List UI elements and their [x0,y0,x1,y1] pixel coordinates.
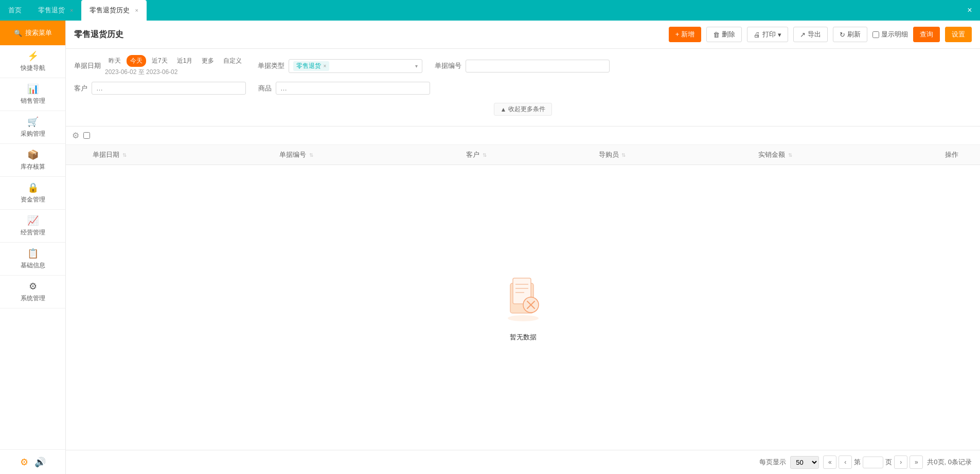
th-amount-label: 实销金额 [758,151,785,158]
date-btn-7days[interactable]: 近7天 [148,55,171,67]
th-number-sort[interactable]: ⇅ [309,152,313,158]
tab-retail-return-close[interactable]: × [70,7,73,13]
per-page-select[interactable]: 10 20 50 100 [790,456,819,469]
tab-retail-return-history-close[interactable]: × [135,7,138,13]
sidebar-item-finance[interactable]: 🔒 资金管理 [0,177,65,210]
sidebar-item-quick-nav-label: 快捷导航 [21,64,45,72]
quick-nav-icon: ⚡ [27,50,39,62]
th-date-sort[interactable]: ⇅ [122,152,127,158]
voucher-type-filter-item: 单据类型 零售退货 × ▾ [258,59,422,73]
th-guide: 导购员 ⇅ [593,145,752,165]
voucher-number-label: 单据编号 [435,61,461,70]
page-label: 第 [854,458,861,467]
sidebar-item-purchase-mgmt[interactable]: 🛒 采购管理 [0,111,65,144]
query-button[interactable]: 查询 [913,27,940,42]
sidebar-item-quick-nav[interactable]: ⚡ 快捷导航 [0,45,65,78]
th-customer-sort[interactable]: ⇅ [483,152,487,158]
sidebar-item-system-mgmt-label: 系统管理 [21,294,45,303]
page-last-button[interactable]: » [910,455,923,469]
tab-home-label: 首页 [8,6,22,15]
svg-point-0 [508,315,539,321]
voucher-number-filter-item: 单据编号 [435,60,610,72]
filter-row-2: 客户 商品 [74,82,972,95]
sidebar-search-label: 搜索菜单 [25,28,52,38]
date-btn-today[interactable]: 今天 [127,55,146,67]
date-filter-buttons: 昨天 今天 近7天 近1月 更多 自定义 [105,55,245,67]
basic-info-icon: 📋 [27,248,39,259]
table-settings-icon[interactable]: ⚙ [72,131,79,140]
page-nav: « ‹ 第 1 页 › » [823,455,923,469]
tab-retail-return-history[interactable]: 零售退货历史 × [81,0,146,21]
collapse-filters-button[interactable]: ▲ 收起更多条件 [494,103,553,116]
sidebar-item-sales-mgmt[interactable]: 📊 销售管理 [0,78,65,111]
volume-icon[interactable]: 🔊 [34,457,46,468]
tab-retail-return-label: 零售退货 [38,6,65,15]
filter-row-1: 单据日期 昨天 今天 近7天 近1月 更多 自定义 2023-06-02 至 2… [74,55,972,77]
page-input[interactable]: 1 [863,457,883,468]
date-btn-custom[interactable]: 自定义 [220,55,245,67]
main-layout: 🔍 搜索菜单 ⚡ 快捷导航 📊 销售管理 🛒 采购管理 📦 库存核算 🔒 资金管… [0,21,980,474]
voucher-number-input[interactable] [466,60,610,72]
th-customer: 客户 ⇅ [460,145,593,165]
page-prev-button[interactable]: ‹ [839,455,852,469]
th-guide-label: 导购员 [599,151,619,158]
show-detail-checkbox-label: 显示明细 [872,30,908,39]
per-page-label: 每页显示 [759,458,786,467]
voucher-type-tag-close[interactable]: × [323,63,326,69]
date-label: 单据日期 [74,61,101,70]
th-date: 单据日期 ⇅ [86,145,273,165]
inventory-icon: 📦 [27,149,39,160]
date-btn-yesterday[interactable]: 昨天 [105,55,124,67]
sidebar-item-operations-label: 经营管理 [21,228,45,237]
tab-home[interactable]: 首页 [0,0,30,21]
export-icon: ↗ [800,31,806,39]
tab-list: 首页 零售退货 × 零售退货历史 × [0,0,959,21]
sidebar-item-inventory[interactable]: 📦 库存核算 [0,144,65,177]
delete-button[interactable]: 🗑 删除 [706,27,742,42]
select-all-checkbox[interactable] [83,132,90,139]
print-button[interactable]: 🖨 打印 ▾ [747,27,788,42]
sales-mgmt-icon: 📊 [27,83,39,95]
tab-retail-return[interactable]: 零售退货 × [30,0,81,21]
th-amount: 实销金额 ⇅ [752,145,939,165]
empty-state: 暂无数据 [66,165,980,450]
date-btn-1month[interactable]: 近1月 [173,55,197,67]
print-icon: 🖨 [754,31,760,39]
page-next-button[interactable]: › [894,455,907,469]
sidebar-item-sales-mgmt-label: 销售管理 [21,97,45,105]
goods-input[interactable] [276,82,430,95]
th-select [66,145,86,165]
date-btn-more[interactable]: 更多 [198,55,218,67]
page-first-button[interactable]: « [823,455,836,469]
page-content: 零售退货历史 + 新增 🗑 删除 🖨 打印 ▾ ↗ 导出 ↻ [66,21,980,474]
export-button[interactable]: ↗ 导出 [793,27,828,42]
voucher-type-select[interactable]: 零售退货 × ▾ [289,59,422,73]
new-button[interactable]: + 新增 [669,27,701,42]
sidebar-item-system-mgmt[interactable]: ⚙ 系统管理 [0,276,65,308]
refresh-button[interactable]: ↻ 刷新 [833,27,867,42]
filter-area: 单据日期 昨天 今天 近7天 近1月 更多 自定义 2023-06-02 至 2… [66,49,980,126]
collapse-label: 收起更多条件 [508,105,545,114]
th-amount-sort[interactable]: ⇅ [788,152,792,158]
top-bar: 首页 零售退货 × 零售退货历史 × × [0,0,980,21]
pagination-bar: 每页显示 10 20 50 100 « ‹ 第 1 页 › » 共0页, 0条记… [66,450,980,474]
print-dropdown-icon: ▾ [778,31,781,39]
page-total: 共0页, 0条记录 [927,458,972,467]
purchase-mgmt-icon: 🛒 [27,116,39,127]
header-actions: + 新增 🗑 删除 🖨 打印 ▾ ↗ 导出 ↻ 刷新 [669,27,972,48]
settings-icon[interactable]: ⚙ [20,457,28,468]
tab-retail-return-history-label: 零售退货历史 [90,6,130,15]
sidebar-item-operations[interactable]: 📈 经营管理 [0,210,65,243]
customer-input[interactable] [92,82,246,95]
window-close-button[interactable]: × [959,0,980,21]
date-filter-item: 单据日期 昨天 今天 近7天 近1月 更多 自定义 2023-06-02 至 2… [74,55,245,77]
sidebar-item-purchase-mgmt-label: 采购管理 [21,130,45,138]
th-customer-label: 客户 [466,151,479,158]
settings-button[interactable]: 设置 [945,27,972,42]
voucher-type-label: 单据类型 [258,61,284,70]
th-guide-sort[interactable]: ⇅ [621,152,626,158]
customer-label: 客户 [74,84,87,93]
sidebar-search[interactable]: 🔍 搜索菜单 [0,21,65,45]
sidebar-item-basic-info[interactable]: 📋 基础信息 [0,243,65,276]
show-detail-checkbox[interactable] [872,31,879,38]
